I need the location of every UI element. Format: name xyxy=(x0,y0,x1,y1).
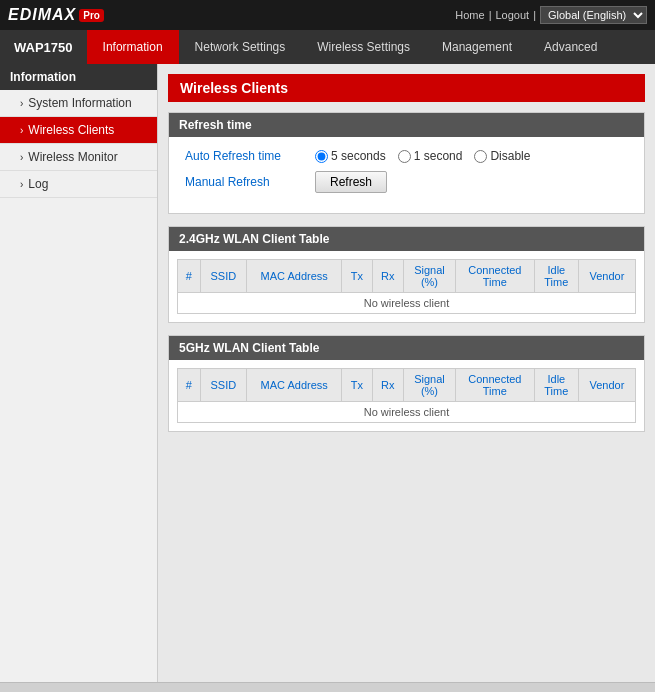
tab-wireless-settings[interactable]: Wireless Settings xyxy=(301,30,426,64)
no-client-msg: No wireless client xyxy=(178,293,636,314)
no-client-msg: No wireless client xyxy=(178,402,636,423)
radio-group: 5 seconds 1 second Disable xyxy=(315,149,530,163)
tab-network-settings[interactable]: Network Settings xyxy=(179,30,302,64)
col-signal: Signal(%) xyxy=(404,260,456,293)
separator2: | xyxy=(533,9,536,21)
col-idle: IdleTime xyxy=(534,369,578,402)
sidebar-header: Information xyxy=(0,64,157,90)
refresh-section: Refresh time Auto Refresh time 5 seconds… xyxy=(168,112,645,214)
table-24-body: # SSID MAC Address Tx Rx Signal(%) Conne… xyxy=(169,251,644,322)
radio-1s[interactable] xyxy=(398,150,411,163)
main-layout: Information › System Information › Wirel… xyxy=(0,64,655,682)
table-5-body: # SSID MAC Address Tx Rx Signal(%) Conne… xyxy=(169,360,644,431)
col-tx: Tx xyxy=(342,260,372,293)
col-connected: ConnectedTime xyxy=(455,369,534,402)
top-links: Home | Logout | Global (English) xyxy=(455,6,647,24)
radio-5s-label[interactable]: 5 seconds xyxy=(315,149,386,163)
arrow-icon: › xyxy=(20,125,23,136)
radio-5s[interactable] xyxy=(315,150,328,163)
nav-bar: WAP1750 Information Network Settings Wir… xyxy=(0,30,655,64)
nav-tabs: Information Network Settings Wireless Se… xyxy=(87,30,614,64)
arrow-icon: › xyxy=(20,98,23,109)
col-vendor: Vendor xyxy=(578,260,635,293)
language-select[interactable]: Global (English) xyxy=(540,6,647,24)
page-title: Wireless Clients xyxy=(168,74,645,102)
col-mac: MAC Address xyxy=(246,369,342,402)
table-24-header: 2.4GHz WLAN Client Table xyxy=(169,227,644,251)
table-row: No wireless client xyxy=(178,402,636,423)
sidebar: Information › System Information › Wirel… xyxy=(0,64,158,682)
table-5-header: 5GHz WLAN Client Table xyxy=(169,336,644,360)
top-bar: EDIMAX Pro Home | Logout | Global (Engli… xyxy=(0,0,655,30)
logout-link[interactable]: Logout xyxy=(495,9,529,21)
col-ssid: SSID xyxy=(200,369,246,402)
radio-disable-label[interactable]: Disable xyxy=(474,149,530,163)
col-mac: MAC Address xyxy=(246,260,342,293)
refresh-body: Auto Refresh time 5 seconds 1 second xyxy=(169,137,644,213)
content-area: Wireless Clients Refresh time Auto Refre… xyxy=(158,64,655,682)
footer: Copyright 2014 © EDIMAX Technology Co., … xyxy=(0,682,655,692)
manual-refresh-row: Manual Refresh Refresh xyxy=(185,171,628,193)
tab-advanced[interactable]: Advanced xyxy=(528,30,613,64)
col-idle: IdleTime xyxy=(534,260,578,293)
radio-5s-text: 5 seconds xyxy=(331,149,386,163)
table-24: # SSID MAC Address Tx Rx Signal(%) Conne… xyxy=(177,259,636,314)
radio-disable[interactable] xyxy=(474,150,487,163)
col-signal: Signal(%) xyxy=(404,369,456,402)
arrow-icon: › xyxy=(20,152,23,163)
col-rx: Rx xyxy=(372,260,404,293)
refresh-section-header: Refresh time xyxy=(169,113,644,137)
col-hash: # xyxy=(178,369,201,402)
device-name: WAP1750 xyxy=(0,40,87,55)
col-rx: Rx xyxy=(372,369,404,402)
table-24-section: 2.4GHz WLAN Client Table # SSID MAC Addr… xyxy=(168,226,645,323)
sidebar-item-label: Wireless Monitor xyxy=(28,150,117,164)
sidebar-item-label: System Information xyxy=(28,96,131,110)
table-row: No wireless client xyxy=(178,293,636,314)
sidebar-item-wireless-monitor[interactable]: › Wireless Monitor xyxy=(0,144,157,171)
logo-edimax: EDIMAX xyxy=(8,6,76,24)
col-tx: Tx xyxy=(342,369,372,402)
home-link[interactable]: Home xyxy=(455,9,484,21)
radio-1s-label[interactable]: 1 second xyxy=(398,149,463,163)
sidebar-item-wireless-clients[interactable]: › Wireless Clients xyxy=(0,117,157,144)
auto-refresh-row: Auto Refresh time 5 seconds 1 second xyxy=(185,149,628,163)
col-connected: ConnectedTime xyxy=(455,260,534,293)
refresh-button[interactable]: Refresh xyxy=(315,171,387,193)
table-24-header-row: # SSID MAC Address Tx Rx Signal(%) Conne… xyxy=(178,260,636,293)
table-5-header-row: # SSID MAC Address Tx Rx Signal(%) Conne… xyxy=(178,369,636,402)
separator1: | xyxy=(489,9,492,21)
manual-refresh-label: Manual Refresh xyxy=(185,175,315,189)
tab-information[interactable]: Information xyxy=(87,30,179,64)
tab-management[interactable]: Management xyxy=(426,30,528,64)
sidebar-item-log[interactable]: › Log xyxy=(0,171,157,198)
logo-area: EDIMAX Pro xyxy=(8,6,104,24)
sidebar-item-system-information[interactable]: › System Information xyxy=(0,90,157,117)
sidebar-item-label: Wireless Clients xyxy=(28,123,114,137)
col-hash: # xyxy=(178,260,201,293)
table-5: # SSID MAC Address Tx Rx Signal(%) Conne… xyxy=(177,368,636,423)
logo-pro: Pro xyxy=(79,9,104,22)
radio-1s-text: 1 second xyxy=(414,149,463,163)
radio-disable-text: Disable xyxy=(490,149,530,163)
auto-refresh-label: Auto Refresh time xyxy=(185,149,315,163)
sidebar-item-label: Log xyxy=(28,177,48,191)
table-5-section: 5GHz WLAN Client Table # SSID MAC Addres… xyxy=(168,335,645,432)
col-vendor: Vendor xyxy=(578,369,635,402)
arrow-icon: › xyxy=(20,179,23,190)
col-ssid: SSID xyxy=(200,260,246,293)
